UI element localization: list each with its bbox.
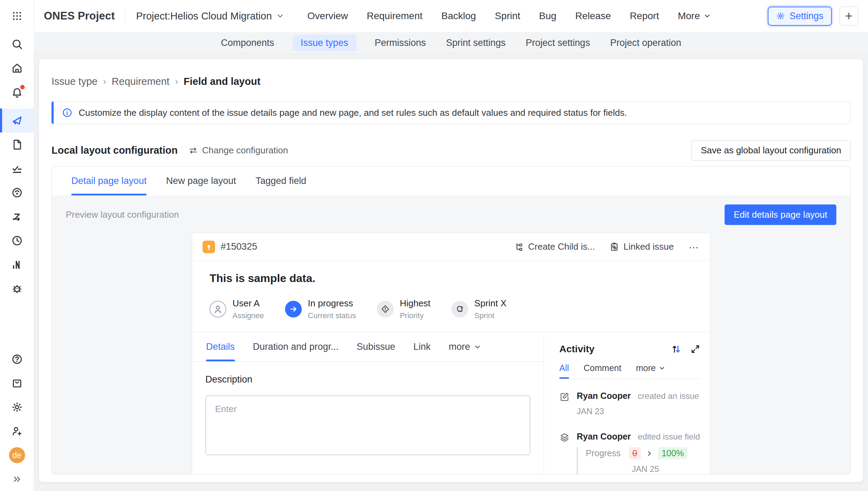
activity-tab-comment[interactable]: Comment: [584, 363, 621, 379]
sidebar-expand-button[interactable]: [0, 467, 34, 491]
settings-button-label: Settings: [789, 11, 823, 22]
info-icon: [62, 107, 72, 118]
project-selector[interactable]: Project:Helios Cloud Migration: [136, 10, 284, 22]
issue-tab-details[interactable]: Details: [206, 332, 235, 361]
bug-icon: [11, 283, 23, 295]
sidebar-item-tasks[interactable]: [0, 156, 34, 180]
sidebar-item-settings[interactable]: [0, 395, 34, 419]
activity-tab-more[interactable]: more: [636, 363, 665, 379]
layers-icon: [559, 432, 570, 474]
nav-overview[interactable]: Overview: [307, 10, 348, 22]
subnav-sprint-settings[interactable]: Sprint settings: [444, 35, 507, 51]
app-title: ONES Project: [44, 10, 115, 22]
chevron-down-icon: [276, 12, 284, 20]
sidebar-item-goals[interactable]: [0, 180, 34, 204]
linked-issue-button[interactable]: Linked issue: [609, 241, 674, 252]
breadcrumb-separator: ›: [103, 76, 106, 87]
add-button[interactable]: [839, 7, 858, 25]
field-sprint[interactable]: Sprint X Sprint: [451, 298, 507, 320]
app-grid-button[interactable]: [0, 0, 34, 32]
edit-details-page-layout-button[interactable]: Edit details page layout: [725, 204, 836, 225]
sidebar-item-home[interactable]: [0, 56, 34, 80]
description-section: Description: [192, 362, 544, 457]
activity-item-edited: Ryan Cooper edited issue field Progress …: [559, 432, 700, 474]
settings-button[interactable]: Settings: [768, 7, 832, 26]
change-configuration-label: Change configuration: [202, 145, 288, 156]
old-value-badge: 0: [629, 447, 641, 459]
tab-new-page-layout[interactable]: New page layout: [166, 167, 236, 195]
sidebar-item-project-active[interactable]: [0, 108, 34, 132]
home-icon: [11, 62, 23, 74]
preview-header: Preview layout configuration Edit detail…: [66, 204, 836, 225]
sidebar-item-reports[interactable]: [0, 252, 34, 276]
sidebar-item-workflow[interactable]: [0, 204, 34, 228]
more-actions-button[interactable]: …: [688, 243, 700, 251]
field-priority[interactable]: Highest Priority: [377, 298, 431, 320]
issue-tab-link[interactable]: Link: [413, 332, 431, 361]
subnav-permissions[interactable]: Permissions: [372, 35, 428, 51]
subnav-project-operation[interactable]: Project operation: [608, 35, 683, 51]
breadcrumb-issue-type[interactable]: Issue type: [52, 76, 97, 87]
activity-action: created an issue: [638, 391, 699, 401]
priority-value: Highest: [400, 298, 431, 309]
file-icon: [11, 139, 23, 151]
sidebar-item-help[interactable]: [0, 347, 34, 371]
assignee-value: User A: [232, 298, 264, 309]
sidebar-item-bugs[interactable]: [0, 276, 34, 300]
notification-badge: [20, 85, 25, 89]
bar-chart-icon: [11, 259, 23, 271]
activity-user[interactable]: Ryan Cooper: [577, 391, 631, 401]
sidebar-item-pages[interactable]: [0, 132, 34, 156]
top-bar: ONES Project Project:Helios Cloud Migrat…: [34, 0, 868, 32]
priority-label: Priority: [400, 311, 431, 320]
issue-tab-more-label: more: [449, 341, 470, 352]
nav-more[interactable]: More: [678, 10, 711, 22]
create-child-issue-button[interactable]: Create Child is...: [514, 241, 595, 252]
new-value-badge: 100%: [658, 447, 687, 459]
info-banner: Customize the display content of the iss…: [52, 101, 851, 124]
chevron-down-icon: [703, 12, 711, 20]
sort-order-icon[interactable]: [671, 344, 681, 354]
expand-icon[interactable]: [691, 344, 700, 354]
nav-report[interactable]: Report: [630, 10, 659, 22]
breadcrumb-requirement[interactable]: Requirement: [112, 76, 169, 87]
activity-date: JAN 25: [632, 464, 700, 474]
field-assignee[interactable]: User A Assignee: [210, 298, 264, 320]
subnav-issue-types[interactable]: Issue types: [292, 35, 357, 51]
chevron-right-icon: [646, 450, 653, 457]
field-current-status[interactable]: In progress Current status: [285, 298, 356, 320]
issue-tab-more[interactable]: more: [449, 332, 481, 361]
description-input[interactable]: [205, 395, 530, 455]
sidebar-item-invite[interactable]: [0, 419, 34, 443]
sidebar-item-apps-store[interactable]: [0, 371, 34, 395]
page-body: Issue type › Requirement › Field and lay…: [34, 54, 868, 491]
issue-tab-subissue[interactable]: Subissue: [357, 332, 395, 361]
subnav-components[interactable]: Components: [219, 35, 276, 51]
breadcrumb: Issue type › Requirement › Field and lay…: [52, 76, 851, 87]
issue-tab-duration[interactable]: Duration and progr...: [253, 332, 339, 361]
tab-detail-page-layout[interactable]: Detail page layout: [71, 167, 147, 195]
topbar-divider: [125, 10, 126, 22]
nav-backlog[interactable]: Backlog: [441, 10, 476, 22]
sprint-loop-icon: [451, 301, 468, 317]
sidebar-item-time[interactable]: [0, 228, 34, 252]
tab-tagged-field[interactable]: Tagged field: [255, 167, 306, 195]
activity-tab-all[interactable]: All: [559, 363, 569, 379]
sidebar-divider: [8, 106, 25, 106]
sidebar-item-notifications[interactable]: [0, 80, 34, 104]
save-global-layout-button[interactable]: Save as global layout configuration: [692, 140, 851, 161]
activity-user[interactable]: Ryan Cooper: [577, 432, 631, 442]
subnav-project-settings[interactable]: Project settings: [524, 35, 592, 51]
gear-icon: [776, 11, 785, 21]
sidebar-item-search[interactable]: [0, 32, 34, 56]
nav-sprint[interactable]: Sprint: [495, 10, 520, 22]
sprint-label: Sprint: [474, 311, 507, 320]
nav-release[interactable]: Release: [575, 10, 611, 22]
nav-requirement[interactable]: Requirement: [367, 10, 423, 22]
user-avatar[interactable]: de: [0, 443, 34, 467]
change-configuration-link[interactable]: Change configuration: [188, 145, 288, 156]
app-sidebar: de: [0, 0, 34, 491]
assignee-avatar-icon: [210, 301, 226, 317]
nav-bug[interactable]: Bug: [539, 10, 557, 22]
layout-config-row: Local layout configuration Change config…: [52, 140, 851, 161]
